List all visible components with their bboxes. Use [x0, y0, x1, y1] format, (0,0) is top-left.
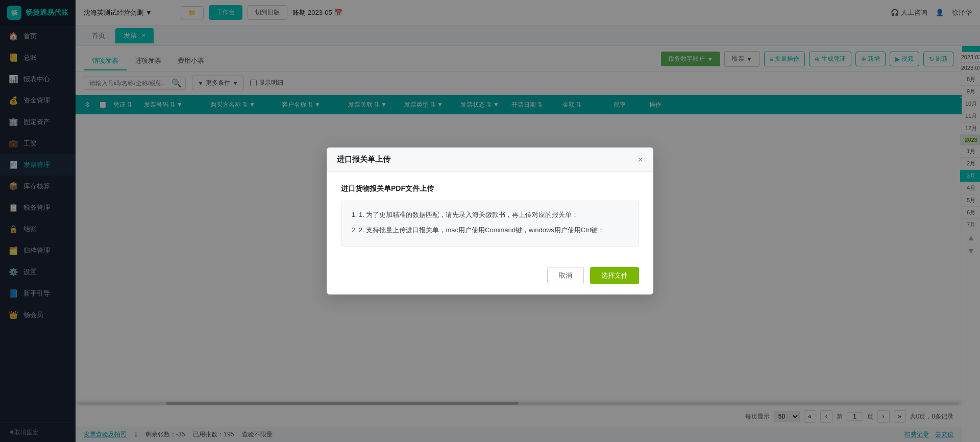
select-file-button[interactable]: 选择文件: [590, 267, 639, 284]
modal-info-box: 1. 为了更加精准的数据匹配，请先录入海关缴款书，再上传对应的报关单；2. 支持…: [341, 201, 639, 247]
modal-body: 进口货物报关单PDF文件上传 1. 为了更加精准的数据匹配，请先录入海关缴款书，…: [327, 172, 653, 259]
modal-overlay[interactable]: 进口报关单上传 × 进口货物报关单PDF文件上传 1. 为了更加精准的数据匹配，…: [0, 0, 980, 442]
modal-header: 进口报关单上传 ×: [327, 148, 653, 172]
modal-section-title: 进口货物报关单PDF文件上传: [341, 184, 639, 193]
modal-close-button[interactable]: ×: [638, 155, 643, 164]
modal-dialog: 进口报关单上传 × 进口货物报关单PDF文件上传 1. 为了更加精准的数据匹配，…: [327, 148, 653, 294]
modal-footer: 取消 选择文件: [327, 259, 653, 294]
modal-info-item: 1. 为了更加精准的数据匹配，请先录入海关缴款书，再上传对应的报关单；: [359, 208, 629, 222]
modal-title: 进口报关单上传: [337, 155, 390, 164]
cancel-button[interactable]: 取消: [547, 267, 584, 284]
modal-info-item: 2. 支持批量上传进口报关单，mac用户使用Command键，windows用户…: [359, 224, 629, 237]
